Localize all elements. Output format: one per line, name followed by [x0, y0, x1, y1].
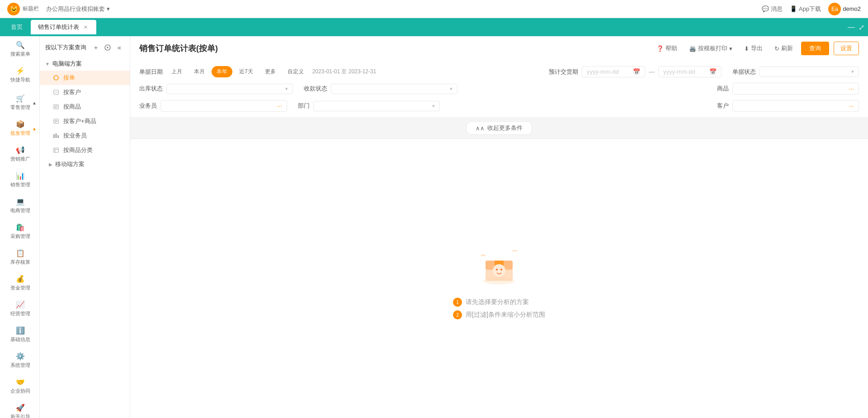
sidebar-item-wholesale[interactable]: 📦 批发管理 ▲ — [0, 115, 39, 141]
svg-rect-5 — [53, 134, 55, 138]
refresh-btn[interactable]: ↻ 刷新 — [771, 43, 797, 54]
scheme-item-by-product[interactable]: 按商品 — [40, 100, 130, 114]
sidebar-item-basic[interactable]: ℹ️ 基础信息 — [0, 322, 39, 347]
sidebar-item-inventory[interactable]: 📋 库存核算 — [0, 244, 39, 270]
scheme-item-by-customer[interactable]: 按客户 — [40, 85, 130, 100]
template-print-icon: 🖨️ — [689, 45, 696, 52]
marketing-icon: 📢 — [16, 146, 25, 154]
tab-bar-actions: — ⤢ — [848, 23, 864, 32]
filter-area-wrapper: 单据日期 上月 本月 本年 近7天 更多 自定义 2023-01-01 至 20… — [130, 61, 868, 139]
date-btn-more[interactable]: 更多 — [260, 66, 281, 77]
customer-dots-icon[interactable]: ··· — [849, 102, 854, 109]
edit-scheme-btn[interactable] — [103, 43, 113, 52]
date-filter-label: 单据日期 — [139, 68, 163, 76]
sidebar-item-ecommerce[interactable]: 💻 电商管理 — [0, 193, 39, 218]
date-btn-last-7-days[interactable]: 近7天 — [234, 66, 258, 77]
collapse-left-panel-btn[interactable]: « — [114, 43, 124, 52]
filter-row-1: 单据日期 上月 本月 本年 近7天 更多 自定义 2023-01-01 至 20… — [139, 66, 859, 77]
tab-home[interactable]: 首页 — [4, 20, 30, 34]
scheme-group-pc: ▼ 电脑端方案 按单 按客户 — [40, 57, 130, 157]
settings-btn[interactable]: 设置 — [834, 42, 859, 55]
help-icon: ❓ — [656, 45, 664, 52]
add-scheme-btn[interactable]: + — [91, 43, 101, 52]
collection-status-select[interactable]: ▾ — [331, 84, 458, 94]
app-download-btn[interactable]: 📱 App下载 — [790, 5, 821, 13]
tab-sales-stats[interactable]: 销售订单统计表 ✕ — [31, 20, 96, 34]
product-filter-group: 商品 ··· — [717, 83, 859, 95]
expected-delivery-group: 预计交货期 yyyy-mm-dd 📅 — yyyy-mm-dd 📅 — [549, 66, 722, 77]
pc-group-arrow: ▼ — [45, 62, 50, 66]
template-print-btn[interactable]: 🖨️ 按模板打印 ▾ — [685, 43, 736, 54]
help-btn[interactable]: ❓ 帮助 — [653, 43, 681, 54]
scheme-item-by-customer-product[interactable]: 按客户+商品 — [40, 114, 130, 128]
enterprise-icon: 🤝 — [16, 378, 25, 386]
sidebar-item-retail[interactable]: 🛒 零售管理 ▲ — [0, 90, 39, 115]
sidebar-item-marketing[interactable]: 📢 营销推广 — [0, 141, 39, 167]
scheme-item-by-salesperson[interactable]: 按业务员 — [40, 128, 130, 143]
scheme-item-by-product-category[interactable]: 按商品分类 — [40, 143, 130, 157]
product-filter-label: 商品 — [717, 85, 729, 93]
department-select[interactable]: ▾ — [313, 101, 440, 111]
scheme-item-by-order-label: 按单 — [63, 74, 75, 82]
export-btn[interactable]: ⬇ 导出 — [741, 43, 766, 54]
guide-icon: 🚀 — [16, 404, 25, 412]
by-product-icon — [52, 103, 60, 110]
scheme-group-mobile-label: 移动端方案 — [55, 160, 85, 168]
customer-group: 客户 ··· — [717, 100, 859, 112]
basic-icon: ℹ️ — [16, 326, 25, 335]
customer-input[interactable]: ··· — [732, 100, 859, 112]
expected-delivery-end[interactable]: yyyy-mm-dd 📅 — [658, 66, 722, 77]
date-btn-this-month[interactable]: 本月 — [189, 66, 210, 77]
empty-state: 1 请先选择要分析的方案 2 用[过滤]条件来缩小分析范围 — [130, 139, 868, 418]
delivery-status-select[interactable]: ▾ — [166, 84, 293, 94]
date-btn-custom[interactable]: 自定义 — [283, 66, 309, 77]
sidebar-item-operations[interactable]: 📈 经营管理 — [0, 296, 39, 322]
tab-minimize-btn[interactable]: — — [848, 23, 855, 32]
tab-sales-stats-close[interactable]: ✕ — [82, 24, 89, 31]
status-select[interactable]: ▾ — [760, 66, 859, 77]
product-input[interactable]: ··· — [732, 83, 859, 95]
scheme-item-by-order[interactable]: 按单 — [40, 71, 130, 85]
message-icon: 💬 — [762, 5, 769, 12]
salesperson-input[interactable]: ··· — [160, 100, 287, 112]
sidebar-item-sales[interactable]: 📊 销售管理 — [0, 167, 39, 193]
user-area[interactable]: Ea demo2 — [828, 3, 861, 15]
purchase-icon: 🛍️ — [16, 223, 25, 232]
help-label: 帮助 — [665, 44, 677, 52]
svg-rect-6 — [56, 133, 57, 138]
sidebar-item-system[interactable]: ⚙️ 系统管理 — [0, 347, 39, 373]
date-btn-this-year[interactable]: 本年 — [212, 66, 232, 77]
sidebar-item-shortcut[interactable]: ⚡ 快捷导航 — [0, 62, 39, 88]
top-bar: 🐱 标题栏 办公用品行业模拟账套 ▾ 💬 消息 📱 App下载 Ea demo2 — [0, 0, 868, 18]
query-btn[interactable]: 查询 — [801, 42, 829, 55]
sidebar-item-finance[interactable]: 💰 资金管理 — [0, 270, 39, 296]
scheme-group-pc-header[interactable]: ▼ 电脑端方案 — [40, 57, 130, 71]
product-dots-icon[interactable]: ··· — [849, 85, 854, 92]
settings-btn-label: 设置 — [840, 45, 852, 52]
status-label: 单据状态 — [732, 68, 756, 76]
search-icon: 🔍 — [16, 41, 25, 49]
date-btn-last-month[interactable]: 上月 — [166, 66, 187, 77]
sidebar-item-inventory-label: 库存核算 — [10, 259, 30, 266]
sidebar-item-guide[interactable]: 🚀 新手引导 — [0, 399, 39, 418]
sidebar-item-purchase[interactable]: 🛍️ 采购管理 — [0, 218, 39, 244]
expected-delivery-start[interactable]: yyyy-mm-dd 📅 — [582, 66, 645, 77]
workspace-name: 办公用品行业模拟账套 — [46, 5, 105, 13]
message-btn[interactable]: 💬 消息 — [762, 5, 783, 13]
workspace-selector[interactable]: 办公用品行业模拟账套 ▾ — [42, 3, 113, 15]
workspace-arrow-icon: ▾ — [107, 5, 110, 12]
svg-point-14 — [496, 269, 498, 271]
sidebar-item-enterprise[interactable]: 🤝 企业协同 — [0, 373, 39, 399]
sidebar-item-search[interactable]: 🔍 搜索菜单 — [0, 36, 39, 62]
tab-maximize-btn[interactable]: ⤢ — [859, 23, 864, 32]
scheme-group-mobile-header[interactable]: ▶ 移动端方案 — [40, 157, 130, 171]
collapse-btn[interactable]: ∧∧ 收起更多条件 — [466, 121, 532, 135]
scheme-tree: ▼ 电脑端方案 按单 按客户 — [40, 55, 130, 173]
main-layout: 🔍 搜索菜单 ⚡ 快捷导航 🛒 零售管理 ▲ 📦 批发管理 ▲ 📢 营销推广 📊… — [0, 36, 868, 418]
svg-point-13 — [493, 264, 505, 277]
by-customer-product-icon — [52, 118, 60, 125]
collection-status-group: 收款状态 ▾ — [304, 84, 458, 94]
svg-rect-7 — [57, 135, 59, 138]
salesperson-dots-icon[interactable]: ··· — [277, 102, 282, 109]
tab-sales-stats-label: 销售订单统计表 — [38, 23, 79, 31]
